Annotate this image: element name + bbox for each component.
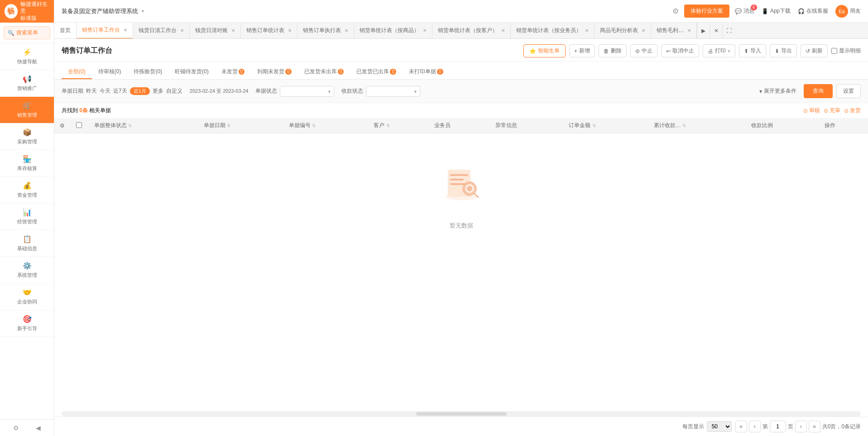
page-header: 销售订单工作台 ⭐ 智能生单 + 新增 🗑 删除 ⊘ 中止: [54, 39, 868, 62]
sidebar-item-system[interactable]: ⚙️ 系统管理: [0, 257, 54, 284]
filter-date-7days[interactable]: 近7天: [113, 87, 127, 95]
prev-page-button[interactable]: ‹: [749, 421, 761, 432]
tab-sales-exec[interactable]: 销售订单执行表 ✕: [297, 23, 354, 39]
query-button[interactable]: 查询: [804, 84, 833, 98]
tab-close-cash-reconcile[interactable]: ✕: [231, 28, 235, 33]
page-size-select[interactable]: 20 50 100: [707, 421, 732, 432]
order-amount-sort-icon[interactable]: ⇅: [592, 123, 596, 128]
tab-close-sales-exec[interactable]: ✕: [345, 28, 348, 33]
select-all-checkbox[interactable]: [76, 122, 82, 128]
delete-button[interactable]: 🗑 删除: [599, 44, 627, 57]
sidebar-item-finance[interactable]: 💰 资金管理: [0, 177, 54, 204]
smart-generate-button[interactable]: ⭐ 智能生单: [523, 44, 566, 57]
sidebar-item-marketing[interactable]: 📢 营销推广: [0, 70, 54, 97]
topbar-dropdown-icon[interactable]: ▾: [142, 9, 144, 14]
sidebar-item-operations[interactable]: 📊 经营管理: [0, 204, 54, 230]
tab-close-cash-daily[interactable]: ✕: [180, 28, 184, 33]
filter-payment-select[interactable]: [366, 86, 420, 97]
expand-filter-button[interactable]: ▾ 展开更多条件: [759, 87, 796, 95]
tab-sales-stats-customer[interactable]: 销货单统计表（按客户） ✕: [432, 23, 511, 39]
online-service-button[interactable]: 🎧 在线客服: [798, 7, 828, 15]
filter-date-today[interactable]: 今天: [100, 87, 110, 95]
tab-home[interactable]: 首页: [54, 23, 77, 39]
tab-cash-reconcile[interactable]: 钱货日清对账 ✕: [190, 23, 241, 39]
add-button[interactable]: + 新增: [569, 44, 595, 57]
tab-sales-stats-product[interactable]: 销货单统计表（按商品） ✕: [354, 23, 432, 39]
topbar-settings-icon[interactable]: ⚙: [672, 7, 679, 15]
cancel-stop-button[interactable]: ↩ 取消中止: [661, 44, 699, 57]
filter-date-more[interactable]: 更多: [153, 87, 163, 95]
import-button[interactable]: ⬆ 导入: [739, 44, 766, 57]
app-download-button[interactable]: 📱 App下载: [762, 7, 791, 15]
tab-close-sales-order[interactable]: ✕: [124, 28, 127, 33]
show-detail-input[interactable]: [831, 48, 837, 54]
tab-gross-margin[interactable]: 商品毛利分析表 ✕: [595, 23, 651, 39]
tab-nav-fullscreen-button[interactable]: ⛶: [722, 23, 735, 39]
stop-button[interactable]: ⊘ 中止: [630, 44, 657, 57]
sidebar-item-purchase[interactable]: 📦 采购管理: [0, 123, 54, 150]
filter-date-custom[interactable]: 自定义: [166, 87, 182, 95]
customer-sort-icon[interactable]: ⇅: [386, 123, 390, 128]
sidebar-item-basic[interactable]: 📋 基础信息: [0, 230, 54, 257]
sidebar-item-sales[interactable]: 🛒 销售管理: [0, 97, 54, 123]
sidebar-item-guide[interactable]: 🎯 新手引导: [0, 310, 54, 337]
tab-cash-daily[interactable]: 钱货日清工作台 ✕: [133, 23, 190, 39]
doc-no-sort-icon[interactable]: ⇅: [312, 123, 316, 128]
expand-icon: ▾: [759, 88, 762, 95]
quick-audit-button[interactable]: ⊙ 审核: [803, 107, 820, 114]
tab-close-sales-profit[interactable]: ✕: [687, 28, 691, 33]
show-detail-checkbox[interactable]: 显示明细: [831, 47, 861, 55]
print-button[interactable]: 🖨 打印 ▾: [703, 44, 735, 57]
industry-solution-button[interactable]: 体验行业方案: [684, 5, 729, 18]
filter-status-select[interactable]: [280, 86, 334, 97]
subtab-pending-review[interactable]: 待审核(0): [92, 65, 128, 79]
sidebar-item-enterprise[interactable]: 🤝 企业协同: [0, 284, 54, 310]
first-page-button[interactable]: «: [735, 421, 747, 432]
doc-date-sort-icon[interactable]: ⇅: [227, 123, 230, 128]
table-scroll-container[interactable]: ⚙ 单据整体状态 ⇅ 单据日期 ⇅: [54, 118, 868, 411]
subtab-shipped-not-out[interactable]: 已发货未出库0: [298, 65, 350, 79]
message-button[interactable]: 💬 消息 6: [735, 7, 754, 15]
filter-setting-button[interactable]: 设置: [836, 84, 861, 98]
tab-nav-more-button[interactable]: ▶: [697, 23, 710, 39]
filter-date-1month[interactable]: 近1月: [130, 87, 150, 95]
settings-col-icon[interactable]: ⚙: [60, 123, 65, 129]
subtab-pending-inspect[interactable]: 待拣验货(0): [127, 65, 168, 79]
tab-sales-stats[interactable]: 销售订单统计表 ✕: [241, 23, 297, 39]
subtab-shipped-out[interactable]: 已发货已出库0: [350, 65, 403, 79]
quick-revoke-button[interactable]: ⊙ 充审: [824, 107, 840, 114]
filter-date-yesterday[interactable]: 昨天: [86, 87, 97, 95]
tab-close-gross-margin[interactable]: ✕: [642, 28, 645, 33]
search-menu-button[interactable]: 🔍 搜索菜单: [4, 26, 50, 39]
subtab-not-printed[interactable]: 未打印单据0: [403, 65, 450, 79]
tab-close-stats-product[interactable]: ✕: [423, 28, 427, 33]
tab-nav-close-button[interactable]: ✕: [710, 23, 722, 39]
collapse-sidebar-button[interactable]: ◀: [36, 424, 41, 431]
subtab-all[interactable]: 全部(0): [62, 65, 92, 79]
page-number-input[interactable]: [770, 421, 786, 432]
sidebar-item-quick-nav[interactable]: ⚡ 快捷导航: [0, 43, 54, 70]
scrollbar-thumb[interactable]: [416, 412, 507, 416]
accum-payment-sort-icon[interactable]: ⇅: [682, 123, 686, 128]
settings-footer-button[interactable]: ⚙: [13, 424, 19, 431]
tab-close-sales-stats[interactable]: ✕: [288, 28, 292, 33]
tab-close-stats-staff[interactable]: ✕: [585, 28, 589, 33]
tab-sales-stats-staff[interactable]: 销货单统计表（按业务员） ✕: [511, 23, 595, 39]
shipped-out-badge: 0: [390, 69, 396, 75]
tab-close-stats-customer[interactable]: ✕: [501, 28, 505, 33]
doc-status-sort-icon[interactable]: ⇅: [128, 123, 132, 128]
export-button[interactable]: ⬇ 导出: [770, 44, 797, 57]
subtab-wangpu-ship[interactable]: 旺铺待发货(0): [168, 65, 215, 79]
subtab-overdue-not-shipped[interactable]: 到期未发货0: [251, 65, 298, 79]
tab-sales-profit[interactable]: 销售毛利… ✕: [651, 23, 697, 39]
user-menu-button[interactable]: Ea 用友: [835, 5, 861, 18]
refresh-button[interactable]: ↺ 刷新: [801, 44, 828, 57]
quick-send-button[interactable]: ⊙ 发货: [844, 107, 861, 114]
next-page-button[interactable]: ›: [795, 421, 807, 432]
horizontal-scrollbar[interactable]: [62, 411, 861, 417]
tab-sales-order-workbench[interactable]: 销售订单工作台 ✕: [77, 23, 133, 39]
topbar: 装备及固定资产辅助管理系统 ▾ ⚙ 体验行业方案 💬 消息 6 📱 App下载 …: [54, 0, 868, 23]
subtab-not-shipped[interactable]: 未发货0: [215, 65, 251, 79]
sidebar-item-inventory[interactable]: 🏪 库存核算: [0, 150, 54, 177]
last-page-button[interactable]: »: [809, 421, 820, 432]
